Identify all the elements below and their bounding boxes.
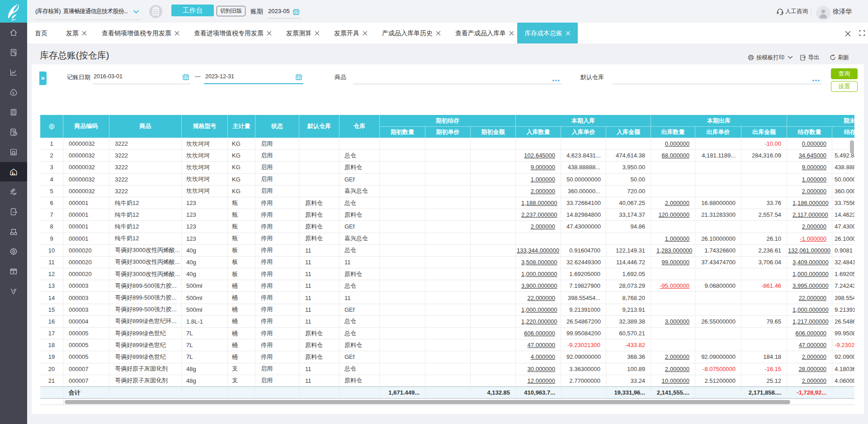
- svg-text:¥: ¥: [14, 52, 16, 55]
- svg-text:¥: ¥: [13, 91, 14, 95]
